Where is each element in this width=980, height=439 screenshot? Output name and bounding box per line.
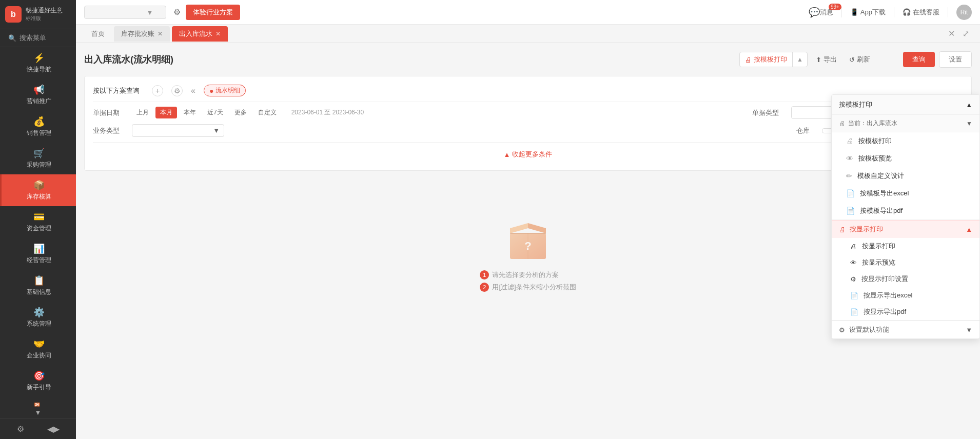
sidebar-item-inventory[interactable]: 📦 库存核算 [0, 174, 76, 206]
topbar-search-input[interactable] [90, 9, 146, 16]
dropdown-item-display-preview[interactable]: 👁 按显示预览 [832, 254, 979, 271]
sidebar-item-label: 系统管理 [27, 320, 51, 328]
message-badge: 99+ [829, 4, 841, 10]
svg-text:?: ? [524, 240, 531, 252]
sidebar-search[interactable]: 🔍 搜索菜单 [0, 29, 76, 47]
message-btn[interactable]: 💬 消息 99+ [809, 7, 833, 18]
dropdown-item-template-custom[interactable]: ✏ 模板自定义设计 [832, 167, 979, 185]
inventory-icon: 📦 [33, 179, 45, 191]
date-btn-this-month[interactable]: 本月 [155, 107, 177, 118]
print-template-dropdown-arrow[interactable]: ▲ [793, 53, 807, 66]
empty-tip-2: 2 用[过滤]条件来缩小分析范围 [480, 283, 576, 292]
date-label: 单据日期 [93, 108, 120, 117]
sidebar-item-marketing[interactable]: 📢 营销推广 [0, 79, 76, 111]
tab-batch-account[interactable]: 库存批次账 ✕ [114, 26, 170, 42]
sidebar-item-label: 经营管理 [27, 256, 51, 265]
date-btn-more[interactable]: 更多 [230, 107, 251, 118]
sidebar-item-finance[interactable]: 💳 资金管理 [0, 206, 76, 238]
sidebar-item-operations[interactable]: 📊 经营管理 [0, 238, 76, 270]
date-range-display: 2023-06-01 至 2023-06-30 [291, 108, 364, 117]
footer-settings-icon: ⚙ [839, 326, 845, 334]
dropdown-footer[interactable]: ⚙ 设置默认功能 ▼ [832, 321, 979, 338]
settings-button[interactable]: 设置 [939, 51, 972, 68]
dropdown-item-display-print[interactable]: 🖨 按显示打印 [832, 238, 979, 254]
page-actions: 🖨 按模板打印 ▲ ⬆ 导出 ↺ 刷新 查询 设置 [739, 51, 972, 68]
dropdown-item-display-pdf[interactable]: 📄 按显示导出pdf [832, 304, 979, 320]
page-header: 出入库流水(流水明细) 🖨 按模板打印 ▲ ⬆ 导出 ↺ 刷新 [84, 51, 972, 68]
current-template-label: 当前：出入库流水 [848, 119, 897, 128]
system-icon: ⚙️ [33, 307, 45, 318]
app-download-label: App下载 [860, 8, 886, 17]
export-btn[interactable]: ⬆ 导出 [812, 53, 841, 66]
settings-bottom-icon[interactable]: ⚙ [17, 424, 24, 434]
topbar-gear-icon[interactable]: ⚙ [173, 7, 181, 17]
dropdown-item-display-settings[interactable]: ⚙ 按显示打印设置 [832, 271, 979, 287]
topbar-search-box[interactable]: ▼ [84, 6, 166, 19]
resize-window-btn[interactable]: ⤢ [959, 28, 972, 40]
svg-marker-1 [510, 223, 528, 233]
query-button[interactable]: 查询 [903, 52, 935, 67]
sidebar-scroll-down[interactable]: ▼ [0, 407, 76, 418]
topbar: ▼ ⚙ 体验行业方案 💬 消息 99+ 📱 App下载 🎧 在线客服 Rit [76, 0, 980, 25]
dropdown-item-display-excel[interactable]: 📄 按显示导出excel [832, 287, 979, 304]
refresh-btn[interactable]: ↺ 刷新 [845, 53, 874, 66]
display-print-label: 按显示打印 [862, 242, 895, 251]
tab-batch-account-close[interactable]: ✕ [158, 30, 163, 37]
online-service-btn[interactable]: 🎧 在线客服 [903, 8, 939, 17]
sidebar-item-label: 采购管理 [27, 161, 51, 169]
print-template-btn[interactable]: 🖨 按模板打印 [740, 52, 793, 67]
sidebar-item-app-center[interactable]: 🏪 应用中心 [0, 397, 76, 407]
app-download-btn[interactable]: 📱 App下载 [850, 8, 886, 17]
export-icon: ⬆ [816, 56, 821, 64]
topbar-divider-2 [894, 7, 894, 17]
sidebar-item-enterprise[interactable]: 🤝 企业协同 [0, 333, 76, 365]
trial-btn[interactable]: 体验行业方案 [186, 5, 240, 20]
tab-home[interactable]: 首页 [84, 26, 112, 42]
display-preview-label: 按显示预览 [862, 258, 895, 267]
filter-active-tag[interactable]: ● 流水明细 [204, 85, 246, 96]
user-avatar[interactable]: Rit [956, 5, 972, 20]
empty-box-icon: ? [502, 213, 554, 264]
sidebar-item-sales[interactable]: 💰 销售管理 [0, 111, 76, 143]
topbar-divider-1 [841, 7, 842, 17]
collapse-sidebar-icon[interactable]: ◀▶ [47, 424, 60, 434]
business-select[interactable]: ▼ [132, 124, 224, 137]
template-excel-icon: 📄 [846, 189, 855, 197]
filter-collapse-btn[interactable]: « [191, 86, 195, 95]
date-btn-last-month[interactable]: 上月 [132, 107, 153, 118]
sidebar-item-newbie[interactable]: 🎯 新手引导 [0, 365, 76, 397]
sidebar-item-system[interactable]: ⚙️ 系统管理 [0, 302, 76, 333]
dropdown-item-template-pdf[interactable]: 📄 按模板导出pdf [832, 202, 979, 220]
sidebar-item-purchase[interactable]: 🛒 采购管理 [0, 143, 76, 174]
dropdown-header-arrow[interactable]: ▲ [966, 101, 972, 109]
sidebar-item-basic[interactable]: 📋 基础信息 [0, 270, 76, 302]
filter-add-btn[interactable]: + [152, 85, 163, 96]
display-section-label: 按显示打印 [850, 225, 883, 234]
business-label: 业务类型 [93, 126, 120, 135]
date-btn-this-year[interactable]: 本年 [179, 107, 201, 118]
date-btn-custom[interactable]: 自定义 [253, 107, 281, 118]
operations-icon: 📊 [33, 243, 45, 254]
filter-settings-btn[interactable]: ⚙ [171, 85, 183, 96]
template-print-icon: 🖨 [846, 137, 853, 145]
topbar-right: 💬 消息 99+ 📱 App下载 🎧 在线客服 Rit [809, 5, 972, 20]
sidebar-item-quick-nav[interactable]: ⚡ 快捷导航 [0, 47, 76, 79]
warehouse-label: 仓库 [796, 126, 810, 135]
dropdown-item-template-print[interactable]: 🖨 按模板打印 [832, 132, 979, 150]
date-btn-7days[interactable]: 近7天 [203, 107, 228, 118]
filter-tag-icon: ● [209, 87, 213, 95]
current-template-arrow[interactable]: ▼ [966, 120, 972, 127]
app-name: 畅捷通好生意 [26, 7, 63, 15]
sidebar: b 畅捷通好生意 标准版 🔍 搜索菜单 ⚡ 快捷导航 📢 营销推广 💰 销售管理… [0, 0, 76, 439]
tab-in-out-flow[interactable]: 出入库流水 ✕ [172, 26, 228, 42]
close-window-btn[interactable]: ✕ [945, 28, 957, 40]
dropdown-item-template-preview[interactable]: 👁 按模板预览 [832, 150, 979, 167]
tab-in-out-flow-close[interactable]: ✕ [215, 30, 221, 37]
sidebar-item-label: 营销推广 [27, 97, 51, 106]
template-excel-label: 按模板导出excel [860, 189, 972, 198]
dropdown-display-section-header[interactable]: 🖨 按显示打印 ▲ [832, 220, 979, 238]
chevron-down-icon: ▼ [35, 409, 42, 416]
page-content-area: 出入库流水(流水明细) 🖨 按模板打印 ▲ ⬆ 导出 ↺ 刷新 [76, 43, 980, 439]
search-dropdown-icon[interactable]: ▼ [146, 8, 153, 16]
dropdown-item-template-excel[interactable]: 📄 按模板导出excel [832, 185, 979, 202]
